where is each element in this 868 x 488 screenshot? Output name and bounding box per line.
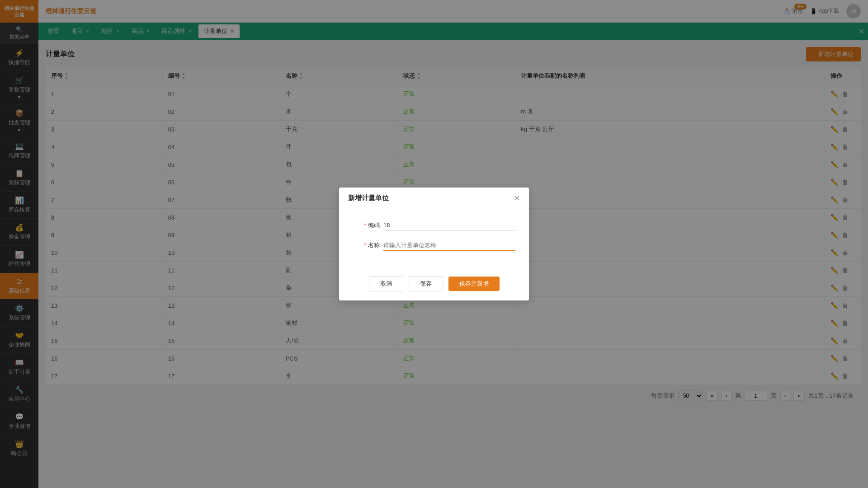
save-and-new-button[interactable]: 保存并新增 — [448, 277, 500, 291]
required-mark: * — [364, 222, 366, 229]
form-row-code: * 编码 — [353, 220, 515, 231]
name-input[interactable] — [383, 240, 515, 251]
name-label: * 名称 — [353, 241, 380, 249]
modal-footer: 取消 保存 保存并新增 — [339, 271, 529, 300]
form-row-name: * 名称 — [353, 240, 515, 251]
save-button[interactable]: 保存 — [409, 276, 443, 291]
code-label: * 编码 — [353, 221, 380, 230]
modal-overlay[interactable]: 新增计量单位 ✕ * 编码 * 名称 取消 保存 保存并新增 — [0, 0, 868, 488]
modal-header: 新增计量单位 ✕ — [339, 188, 529, 209]
required-mark-name: * — [364, 242, 366, 249]
cancel-button[interactable]: 取消 — [369, 276, 403, 291]
modal-title: 新增计量单位 — [348, 194, 389, 202]
code-input[interactable] — [383, 220, 515, 231]
modal-body: * 编码 * 名称 — [339, 209, 529, 271]
modal-add-unit: 新增计量单位 ✕ * 编码 * 名称 取消 保存 保存并新增 — [339, 188, 529, 300]
modal-close-button[interactable]: ✕ — [514, 194, 520, 202]
